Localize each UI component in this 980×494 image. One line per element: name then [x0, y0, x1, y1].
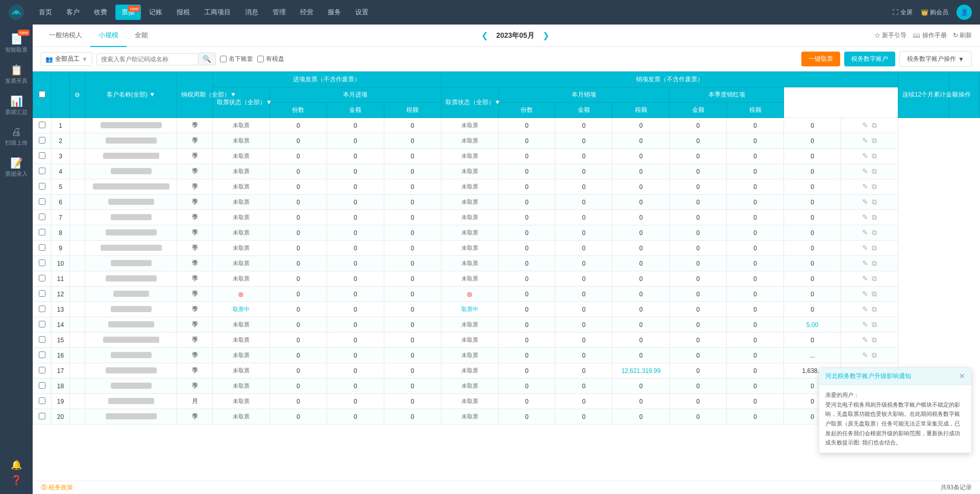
check-all-header[interactable] [33, 72, 52, 118]
sub-tab-一般纳税人[interactable]: 一般纳税人 [41, 25, 90, 47]
nav-item-设置[interactable]: 设置 [349, 5, 375, 20]
cumulative-link[interactable]: 5.00 [806, 321, 818, 328]
taxdisc-checkbox-label[interactable]: 有税盘 [257, 55, 284, 63]
avatar[interactable]: 👤 [957, 5, 972, 20]
edit-btn[interactable]: ✎ [861, 290, 869, 298]
prev-month-btn[interactable]: ❮ [479, 29, 490, 42]
copy-btn[interactable]: ⧉ [871, 121, 878, 129]
copy-btn[interactable]: ⧉ [871, 167, 878, 175]
copy-btn[interactable]: ⧉ [871, 182, 878, 191]
sidebar-item-发票开具[interactable]: 📋发票开具 [2, 60, 31, 89]
nav-item-客户[interactable]: 客户 [60, 5, 86, 20]
nav-item-工商项目[interactable]: 工商项目 [198, 5, 237, 20]
subledger-checkbox[interactable] [220, 56, 227, 62]
copy-btn[interactable]: ⧉ [871, 305, 878, 313]
nav-item-票据[interactable]: 票据new [115, 5, 141, 20]
member-btn[interactable]: 👑 购会员 [921, 8, 948, 17]
refresh-btn[interactable]: ↻ 刷新 [953, 31, 972, 40]
manual-link[interactable]: 📖 操作手册 [913, 31, 946, 40]
row-check[interactable] [33, 348, 52, 363]
copy-btn[interactable]: ⧉ [871, 152, 878, 160]
row-check[interactable] [33, 409, 52, 425]
nav-item-服务[interactable]: 服务 [322, 5, 347, 20]
row-check[interactable] [33, 317, 52, 333]
row-check[interactable] [33, 118, 52, 133]
tax-digital-btn[interactable]: 税务数字账户 [844, 52, 895, 66]
edit-btn[interactable]: ✎ [861, 121, 869, 129]
logo[interactable] [8, 4, 24, 20]
sub-tab-全能[interactable]: 全能 [127, 25, 156, 47]
sub-tab-小规模[interactable]: 小规模 [90, 25, 127, 47]
out-status-header[interactable]: 取票状态（全部）▼ [441, 87, 498, 118]
edit-btn[interactable]: ✎ [861, 320, 869, 328]
one-key-btn[interactable]: 一键取票 [801, 52, 840, 66]
copy-btn[interactable]: ⧉ [871, 274, 878, 283]
copy-btn[interactable]: ⧉ [871, 228, 878, 237]
edit-btn[interactable]: ✎ [861, 182, 869, 191]
sidebar-item-智能取票[interactable]: 📄智能取票new [2, 29, 31, 58]
row-check[interactable] [33, 133, 52, 149]
row-check[interactable] [33, 394, 52, 409]
nav-item-报税[interactable]: 报税 [170, 5, 196, 20]
client-name-header[interactable]: 客户名称(全部) ▼ [85, 72, 177, 118]
copy-btn[interactable]: ⧉ [871, 290, 878, 298]
search-input[interactable] [96, 53, 199, 65]
copy-btn[interactable]: ⧉ [871, 320, 878, 328]
tax-op-btn[interactable]: 税务数字账户操作 ▼ [899, 51, 972, 67]
edit-btn[interactable]: ✎ [861, 198, 869, 206]
copy-btn[interactable]: ⧉ [871, 244, 878, 252]
edit-btn[interactable]: ✎ [861, 136, 869, 145]
row-check[interactable] [33, 302, 52, 317]
nav-item-首页[interactable]: 首页 [33, 5, 58, 20]
row-check[interactable] [33, 379, 52, 394]
edit-btn[interactable]: ✎ [861, 167, 869, 175]
sidebar-item-扫描上传[interactable]: 🖨扫描上传 [2, 122, 31, 151]
row-check[interactable] [33, 363, 52, 379]
row-check[interactable] [33, 241, 52, 256]
next-month-btn[interactable]: ❯ [541, 29, 551, 42]
copy-btn[interactable]: ⧉ [871, 336, 878, 344]
row-check[interactable] [33, 287, 52, 302]
taxdisc-checkbox[interactable] [257, 56, 264, 62]
out-tax-link[interactable]: 12,621,319.99 [621, 367, 660, 374]
period-header[interactable]: 纳税周期（全部）▼ [177, 72, 213, 118]
notif-close-btn[interactable]: ✕ [959, 372, 965, 380]
row-check[interactable] [33, 149, 52, 164]
guide-link[interactable]: ☆ 新手引导 [874, 31, 906, 40]
row-check[interactable] [33, 271, 52, 287]
employee-select[interactable]: 👥 全部员工 ▼ [41, 52, 92, 66]
nav-item-记账[interactable]: 记账 [143, 5, 168, 20]
edit-btn[interactable]: ✎ [861, 336, 869, 344]
search-btn[interactable]: 🔍 [199, 53, 216, 65]
row-check[interactable] [33, 210, 52, 225]
edit-btn[interactable]: ✎ [861, 213, 869, 221]
copy-btn[interactable]: ⧉ [871, 259, 878, 267]
row-check[interactable] [33, 179, 52, 195]
sidebar-item-票据录入[interactable]: 📝票据录入 [2, 153, 31, 182]
copy-btn[interactable]: ⧉ [871, 198, 878, 206]
row-check[interactable] [33, 256, 52, 271]
edit-btn[interactable]: ✎ [861, 274, 869, 283]
row-check[interactable] [33, 333, 52, 348]
sidebar-help-icon[interactable]: ❓ [11, 475, 22, 486]
settings-header[interactable]: ⚙ [70, 72, 85, 118]
edit-btn[interactable]: ✎ [861, 244, 869, 252]
nav-item-收费[interactable]: 收费 [88, 5, 113, 20]
copy-btn[interactable]: ⧉ [871, 213, 878, 221]
edit-btn[interactable]: ✎ [861, 228, 869, 237]
row-check[interactable] [33, 195, 52, 210]
edit-btn[interactable]: ✎ [861, 305, 869, 313]
nav-item-消息[interactable]: 消息 [239, 5, 264, 20]
copy-btn[interactable]: ⧉ [871, 351, 878, 359]
row-check[interactable] [33, 225, 52, 241]
fullscreen-btn[interactable]: ⛶ 全屏 [892, 8, 912, 17]
nav-item-经营[interactable]: 经营 [294, 5, 320, 20]
sidebar-item-票据汇总[interactable]: 📊票据汇总 [2, 91, 31, 120]
subledger-checkbox-label[interactable]: 名下账套 [220, 55, 253, 63]
row-check[interactable] [33, 164, 52, 179]
tax-policy-link[interactable]: ⑤ 税务政策 [41, 483, 73, 492]
sidebar-bell-icon[interactable]: 🔔 [11, 459, 22, 471]
nav-item-管理[interactable]: 管理 [266, 5, 292, 20]
edit-btn[interactable]: ✎ [861, 351, 869, 359]
copy-btn[interactable]: ⧉ [871, 136, 878, 145]
